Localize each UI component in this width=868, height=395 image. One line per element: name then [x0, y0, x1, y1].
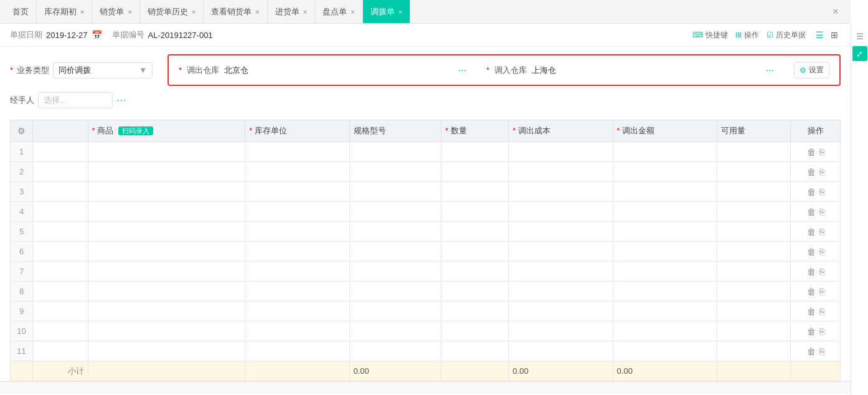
tab-stocktaking[interactable]: 盘点单 × [315, 0, 362, 23]
form-area: * 业务类型 同价调拨 ▼ * 调出仓库 北京仓 ··· * 调入仓库 [0, 47, 851, 120]
biz-type-req: * [10, 65, 13, 75]
table-row: 7🗑⎘ [11, 262, 841, 282]
warehouse-gear-icon: ⚙ [800, 66, 806, 75]
th-goods: * 商品 扫码录入 [88, 120, 245, 142]
bottom-bar [0, 381, 851, 394]
quick-key-icon: ⌨ [692, 31, 703, 39]
tab-home[interactable]: 首页 [5, 0, 37, 23]
copy-row-icon[interactable]: ⎘ [819, 207, 824, 217]
th-unit: * 库存单位 [245, 120, 349, 142]
date-value: 2019-12-27 [46, 31, 88, 40]
table-row: 10🗑⎘ [11, 321, 841, 341]
biz-type-label: 业务类型 [17, 65, 49, 76]
bill-no-field: 单据编号 AL-20191227-001 [112, 29, 213, 40]
delete-row-icon[interactable]: 🗑 [807, 167, 816, 177]
copy-row-icon[interactable]: ⎘ [819, 346, 824, 356]
close-tab-view-sales[interactable]: × [255, 8, 259, 16]
toolbar-row: 单据日期 2019-12-27 📅 单据编号 AL-20191227-001 ⌨… [0, 24, 851, 47]
copy-row-icon[interactable]: ⎘ [819, 287, 824, 297]
th-gear[interactable]: ⚙ [11, 120, 33, 142]
biz-type-arrow: ▼ [139, 65, 147, 75]
tab-transfer[interactable]: 调拨单 × [363, 0, 410, 23]
copy-row-icon[interactable]: ⎘ [819, 267, 824, 277]
delete-row-icon[interactable]: 🗑 [807, 147, 816, 157]
handler-label: 经手人 [10, 95, 34, 106]
delete-row-icon[interactable]: 🗑 [807, 207, 816, 217]
window-close-button[interactable]: × [826, 2, 846, 22]
ops-button[interactable]: ⊞ 操作 [735, 30, 759, 40]
tab-sales-order[interactable]: 销货单 × [92, 0, 139, 23]
warehouse-in-value: 上海仓 [532, 65, 556, 76]
tab-purchase[interactable]: 进货单 × [268, 0, 315, 23]
warehouse-out-value: 北京仓 [224, 65, 248, 76]
delete-row-icon[interactable]: 🗑 [807, 187, 816, 197]
delete-row-icon[interactable]: 🗑 [807, 346, 816, 356]
subtotal-row: 小计 0.00 0.00 0.00 [11, 361, 841, 381]
tab-inventory-init[interactable]: 库存期初 × [37, 0, 92, 23]
bill-no-value: AL-20191227-001 [148, 31, 213, 40]
close-tab-purchase[interactable]: × [303, 8, 307, 16]
handler-placeholder: 选择... [44, 95, 67, 106]
close-tab-transfer[interactable]: × [399, 8, 402, 16]
biz-type-field: * 业务类型 同价调拨 ▼ [10, 62, 153, 79]
table-row: 1🗑⎘ [11, 142, 841, 162]
copy-row-icon[interactable]: ⎘ [819, 307, 824, 316]
quick-key-button[interactable]: ⌨ 快捷键 [692, 30, 728, 40]
table-container: ⚙ * 商品 扫码录入 * 库存单位 规格型号 * 数量 [10, 120, 841, 381]
right-sidebar: ☰ ⤢ [851, 24, 868, 394]
scan-entry-button[interactable]: 扫码录入 [118, 126, 153, 135]
table-row: 3🗑⎘ [11, 182, 841, 202]
copy-row-icon[interactable]: ⎘ [819, 247, 824, 257]
table-row: 2🗑⎘ [11, 162, 841, 182]
history-button[interactable]: ☑ 历史单据 [767, 30, 806, 40]
copy-row-icon[interactable]: ⎘ [819, 147, 824, 157]
warehouse-out-label: 调出仓库 [187, 65, 219, 76]
warehouse-in-more-button[interactable]: ··· [766, 65, 774, 76]
date-label: 单据日期 [10, 29, 42, 40]
copy-row-icon[interactable]: ⎘ [819, 326, 824, 336]
calendar-icon[interactable]: 📅 [92, 30, 102, 40]
bill-no-label: 单据编号 [112, 29, 144, 40]
gear-col-icon: ⚙ [17, 126, 26, 136]
delete-row-icon[interactable]: 🗑 [807, 267, 816, 277]
copy-row-icon[interactable]: ⎘ [819, 167, 824, 177]
th-available: 可用量 [717, 120, 790, 142]
table-row: 11🗑⎘ [11, 341, 841, 361]
copy-row-icon[interactable]: ⎘ [819, 187, 824, 197]
close-tab-sales-order[interactable]: × [128, 8, 131, 16]
warehouse-setting-label: 设置 [809, 65, 824, 75]
tab-sales-history[interactable]: 销货单历史 × [140, 0, 204, 23]
biz-type-select[interactable]: 同价调拨 ▼ [53, 62, 153, 79]
history-icon: ☑ [767, 31, 773, 39]
warehouse-out-field: * 调出仓库 北京仓 ··· [179, 65, 466, 76]
th-cost: * 调出成本 [509, 120, 613, 142]
close-tab-sales-history[interactable]: × [192, 8, 196, 16]
handler-more-button[interactable]: ··· [116, 95, 126, 106]
date-field: 单据日期 2019-12-27 📅 [10, 29, 102, 40]
tab-view-sales[interactable]: 查看销货单 × [204, 0, 267, 23]
warehouse-in-label: 调入仓库 [494, 65, 527, 76]
delete-row-icon[interactable]: 🗑 [807, 326, 816, 336]
form-row-2: 经手人 选择... ··· [10, 92, 841, 108]
close-tab-inventory-init[interactable]: × [80, 8, 84, 16]
layout-list-icon[interactable]: ☰ [813, 29, 826, 41]
handler-select[interactable]: 选择... [38, 92, 113, 108]
right-sidebar-list-button[interactable]: ☰ [852, 29, 867, 44]
delete-row-icon[interactable]: 🗑 [807, 287, 816, 297]
delete-row-icon[interactable]: 🗑 [807, 227, 816, 237]
right-sidebar-expand-button[interactable]: ⤢ [852, 46, 867, 61]
subtotal-qty: 0.00 [349, 361, 441, 381]
delete-row-icon[interactable]: 🗑 [807, 307, 816, 316]
warehouse-setting-button[interactable]: ⚙ 设置 [794, 62, 829, 79]
copy-row-icon[interactable]: ⎘ [819, 227, 824, 237]
layout-grid-icon[interactable]: ⊞ [828, 29, 841, 41]
table-row: 4🗑⎘ [11, 202, 841, 222]
close-tab-stocktaking[interactable]: × [351, 8, 354, 16]
delete-row-icon[interactable]: 🗑 [807, 247, 816, 257]
table-body: 1🗑⎘ 2🗑⎘ 3🗑⎘ 4🗑⎘ 5🗑⎘ 6🗑⎘ 7🗑⎘ 8🗑⎘ 9🗑⎘ 10🗑⎘… [11, 142, 841, 381]
toolbar-right: ⌨ 快捷键 ⊞ 操作 ☑ 历史单据 ☰ ⊞ [692, 29, 841, 41]
ops-icon: ⊞ [735, 31, 742, 39]
th-amount: * 调出金额 [613, 120, 717, 142]
subtotal-cost: 0.00 [509, 361, 613, 381]
warehouse-out-more-button[interactable]: ··· [458, 65, 466, 76]
